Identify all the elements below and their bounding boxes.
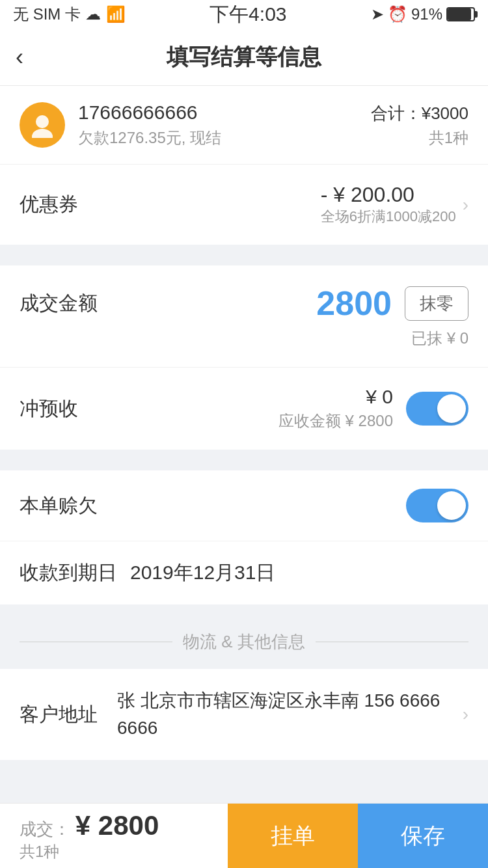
avatar — [20, 102, 65, 148]
credit-toggle[interactable] — [406, 489, 468, 522]
prepay-right: ¥ 0 应收金额 ¥ 2800 — [278, 386, 468, 431]
total-value: ¥3000 — [422, 103, 468, 123]
bottom-summary: 成交： ¥ 2800 共1种 — [0, 810, 228, 862]
status-left: 无 SIM 卡 ☁ 📶 — [13, 4, 126, 25]
divider-label: 物流 & 其他信息 — [183, 631, 305, 653]
separator-2 — [0, 460, 488, 470]
bottom-amount: ¥ 2800 — [75, 810, 159, 841]
credit-card: 本单赊欠 收款到期日 2019年12月31日 — [0, 470, 488, 604]
customer-right: 合计：¥3000 共1种 — [371, 102, 468, 148]
divider-line-right — [316, 642, 468, 642]
bottom-deal-row: 成交： ¥ 2800 — [20, 810, 208, 841]
alarm-icon: ⏰ — [388, 5, 407, 23]
coupon-row[interactable]: 优惠券 - ¥ 200.00 全场6折满1000减200 › — [0, 164, 488, 245]
address-section[interactable]: 客户地址 张 北京市市辖区海淀区永丰南 156 6666 6666 › — [0, 669, 488, 760]
page-title: 填写结算等信息 — [167, 42, 321, 72]
total-label: 合计：¥3000 — [371, 102, 468, 125]
duedate-label: 收款到期日 — [20, 560, 117, 586]
status-time: 下午4:03 — [210, 1, 286, 28]
back-button[interactable]: ‹ — [16, 44, 23, 71]
amount-value: 2800 — [316, 284, 392, 323]
coupon-label: 优惠券 — [20, 191, 78, 218]
address-value: 张 北京市市辖区海淀区永丰南 156 6666 6666 — [117, 687, 463, 742]
customer-info: 17666666666 欠款1276.35元, 现结 — [78, 102, 221, 148]
customer-left: 17666666666 欠款1276.35元, 现结 — [20, 102, 221, 148]
customer-sub: 欠款1276.35元, 现结 — [78, 128, 221, 148]
bottom-bar: 成交： ¥ 2800 共1种 挂单 保存 — [0, 803, 488, 868]
round-button[interactable]: 抹零 — [405, 286, 468, 321]
battery-label: 91% — [411, 5, 442, 23]
prepay-section: 冲预收 ¥ 0 应收金额 ¥ 2800 — [0, 367, 488, 450]
sim-label: 无 SIM 卡 ☁ — [13, 4, 101, 25]
credit-toggle-knob — [437, 491, 466, 520]
amount-sub: 已抹 ¥ 0 — [20, 328, 468, 349]
coupon-detail: 全场6折满1000减200 — [321, 207, 456, 226]
amount-right: 2800 抹零 — [316, 284, 468, 323]
battery-icon — [446, 7, 475, 21]
prepay-label: 冲预收 — [20, 396, 78, 422]
svg-point-1 — [32, 129, 53, 138]
wifi-icon: 📶 — [106, 5, 126, 23]
coupon-info: - ¥ 200.00 全场6折满1000减200 — [321, 183, 456, 226]
chevron-right-icon: › — [463, 195, 468, 215]
location-icon: ➤ — [371, 5, 384, 23]
svg-point-0 — [36, 115, 49, 128]
address-label: 客户地址 — [20, 701, 98, 728]
duedate-section: 收款到期日 2019年12月31日 — [0, 541, 488, 604]
coupon-right: - ¥ 200.00 全场6折满1000减200 › — [321, 183, 468, 226]
nav-bar: ‹ 填写结算等信息 — [0, 29, 488, 86]
customer-phone: 17666666666 — [78, 102, 221, 124]
prepay-value: ¥ 0 — [278, 386, 393, 408]
divider-logistics: 物流 & 其他信息 — [0, 615, 488, 669]
toggle-knob — [437, 394, 466, 423]
amount-row: 成交金额 2800 抹零 — [20, 284, 468, 323]
customer-card: 17666666666 欠款1276.35元, 现结 合计：¥3000 共1种 … — [0, 86, 488, 245]
credit-label: 本单赊欠 — [20, 493, 98, 519]
prepay-row: 冲预收 ¥ 0 应收金额 ¥ 2800 — [20, 386, 468, 431]
bottom-deal-label: 成交： — [20, 819, 70, 839]
separator-1 — [0, 255, 488, 265]
amount-card: 成交金额 2800 抹零 已抹 ¥ 0 冲预收 ¥ 0 应收金额 ¥ 2800 — [0, 265, 488, 450]
address-chevron-icon: › — [463, 704, 468, 725]
duedate-value: 2019年12月31日 — [130, 560, 275, 586]
bottom-count: 共1种 — [20, 841, 208, 862]
content-area: 17666666666 欠款1276.35元, 现结 合计：¥3000 共1种 … — [0, 86, 488, 848]
total-count: 共1种 — [371, 128, 468, 148]
customer-row: 17666666666 欠款1276.35元, 现结 合计：¥3000 共1种 — [0, 86, 488, 164]
hang-button[interactable]: 挂单 — [228, 804, 358, 869]
save-button[interactable]: 保存 — [358, 804, 488, 869]
duedate-row: 收款到期日 2019年12月31日 — [20, 560, 468, 586]
amount-label: 成交金额 — [20, 290, 98, 317]
credit-section: 本单赊欠 — [0, 470, 488, 541]
status-right: ➤ ⏰ 91% — [371, 5, 475, 23]
prepay-toggle[interactable] — [406, 392, 468, 426]
coupon-discount: - ¥ 200.00 — [321, 183, 456, 207]
divider-line-left — [20, 642, 172, 642]
amount-section: 成交金额 2800 抹零 已抹 ¥ 0 — [0, 265, 488, 367]
address-card: 客户地址 张 北京市市辖区海淀区永丰南 156 6666 6666 › — [0, 669, 488, 760]
prepay-sub: 应收金额 ¥ 2800 — [278, 411, 393, 431]
status-bar: 无 SIM 卡 ☁ 📶 下午4:03 ➤ ⏰ 91% — [0, 0, 488, 29]
prepay-amount: ¥ 0 应收金额 ¥ 2800 — [278, 386, 393, 431]
